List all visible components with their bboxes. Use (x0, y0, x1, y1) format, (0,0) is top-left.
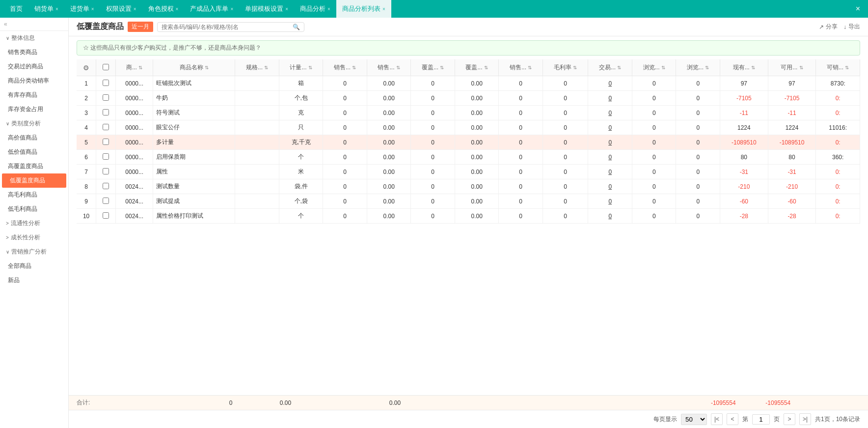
cell-sales_qty: 0 (323, 76, 367, 91)
cell-name[interactable]: 多计量 (153, 135, 235, 150)
sidebar-item-category-sales-rate[interactable]: 商品分类动销率 (0, 74, 68, 88)
th-available[interactable]: 可用... ⇅ (768, 59, 816, 76)
row-checkbox[interactable] (103, 168, 109, 174)
th-sales3[interactable]: 销售... ⇅ (499, 59, 543, 76)
sidebar-group-growth[interactable]: > 成长性分析 (0, 230, 68, 245)
cell-name[interactable]: 属性价格打印测试 (153, 209, 235, 224)
cell-name[interactable]: 启用保质期 (153, 150, 235, 165)
th-cover2[interactable]: 覆盖... ⇅ (455, 59, 499, 76)
th-checkbox[interactable] (96, 59, 116, 76)
row-checkbox[interactable] (103, 153, 109, 160)
sidebar-group-marketing[interactable]: ∨ 营销推广分析 (0, 245, 68, 259)
sidebar-group-category[interactable]: ∨ 类别度分析 (0, 116, 68, 131)
th-cover1[interactable]: 覆盖... ⇅ (411, 59, 455, 76)
th-trade[interactable]: 交易... ⇅ (588, 59, 632, 76)
row-checkbox[interactable] (103, 139, 109, 145)
row-checkbox[interactable] (103, 94, 109, 101)
row-checkbox[interactable] (103, 109, 109, 115)
sidebar-item-low-value[interactable]: 低价值商品 (0, 145, 68, 159)
th-sales-qty[interactable]: 销售... ⇅ (323, 59, 367, 76)
trade-link[interactable]: 0 (608, 213, 612, 220)
th-browse2[interactable]: 浏览... ⇅ (676, 59, 720, 76)
th-name[interactable]: 商品名称 ⇅ (153, 59, 235, 76)
sidebar-item-high-coverage[interactable]: 高覆盖度商品 (0, 159, 68, 173)
collapse-button[interactable]: « (4, 21, 7, 28)
cell-name[interactable]: 旺铺批次测试 (153, 76, 235, 91)
nav-product-analysis[interactable]: 商品分析 × (294, 0, 336, 18)
cell-trade: 0 (588, 194, 632, 209)
trade-link[interactable]: 0 (608, 154, 612, 161)
trade-link[interactable]: 0 (608, 80, 612, 87)
select-all-checkbox[interactable] (103, 64, 109, 70)
cell-name[interactable]: 测试数量 (153, 179, 235, 194)
trade-link[interactable]: 0 (608, 124, 612, 131)
row-checkbox[interactable] (103, 212, 109, 219)
window-close-button[interactable]: × (852, 4, 864, 13)
sidebar-item-inventory-capital[interactable]: 库存资金占用 (0, 102, 68, 116)
th-code[interactable]: 商... ⇅ (116, 59, 153, 76)
sidebar-item-low-coverage[interactable]: 低覆盖度商品 (2, 173, 66, 188)
th-browse1[interactable]: 浏览... ⇅ (632, 59, 676, 76)
sidebar-group-liquidity[interactable]: > 流通性分析 (0, 216, 68, 230)
nav-permissions[interactable]: 权限设置 × (100, 0, 142, 18)
row-checkbox[interactable] (103, 198, 109, 204)
page-size-select[interactable]: 50 100 200 (681, 414, 707, 425)
time-filter-button[interactable]: 近一月 (128, 22, 153, 32)
first-page-button[interactable]: |< (711, 413, 723, 425)
nav-sales-order[interactable]: 销货单 × (28, 0, 64, 18)
nav-close-icon[interactable]: × (134, 6, 136, 12)
row-checkbox[interactable] (103, 80, 109, 86)
cell-trade: 0 (588, 150, 632, 165)
th-gross-rate[interactable]: 毛利率 ⇅ (542, 59, 588, 76)
cell-name[interactable]: 符号测试 (153, 106, 235, 120)
trade-link[interactable]: 0 (608, 183, 612, 190)
last-page-button[interactable]: >| (799, 413, 811, 425)
sidebar-item-low-profit[interactable]: 低毛利商品 (0, 202, 68, 216)
th-sellable[interactable]: 可销... ⇅ (816, 59, 860, 76)
sidebar-group-overview[interactable]: ∨ 整体信息 (0, 31, 68, 45)
th-settings[interactable]: ⚙ (77, 59, 96, 76)
table-row: 70000...属性米00.0000.0000000-31-310: (77, 165, 860, 179)
nav-close-icon[interactable]: × (382, 6, 385, 12)
cell-name[interactable]: 测试提成 (153, 194, 235, 209)
nav-close-icon[interactable]: × (176, 6, 179, 12)
th-unit[interactable]: 计量... ⇅ (279, 59, 323, 76)
trade-link[interactable]: 0 (608, 95, 612, 102)
nav-close-icon[interactable]: × (91, 6, 94, 12)
trade-link[interactable]: 0 (608, 139, 612, 146)
trade-link[interactable]: 0 (608, 110, 612, 116)
nav-close-icon[interactable]: × (327, 6, 330, 12)
nav-home[interactable]: 首页 (4, 0, 28, 18)
next-page-button[interactable]: > (784, 413, 795, 425)
cell-name[interactable]: 属性 (153, 165, 235, 179)
trade-link[interactable]: 0 (608, 169, 612, 175)
nav-close-icon[interactable]: × (285, 6, 288, 12)
sidebar-item-new-products[interactable]: 新品 (0, 273, 68, 287)
row-checkbox[interactable] (103, 124, 109, 130)
nav-finished-goods[interactable]: 产成品入库单 × (184, 0, 239, 18)
sidebar-item-all-products[interactable]: 全部商品 (0, 259, 68, 273)
sidebar-item-high-profit[interactable]: 高毛利商品 (0, 188, 68, 202)
th-sales-amt[interactable]: 销售... ⇅ (367, 59, 411, 76)
nav-role-auth[interactable]: 角色授权 × (142, 0, 185, 18)
sidebar-item-sales-products[interactable]: 销售类商品 (0, 45, 68, 59)
export-button[interactable]: ↓ 导出 (843, 23, 860, 31)
share-button[interactable]: ↗ 分享 (819, 23, 838, 31)
th-spec[interactable]: 规格... ⇅ (235, 59, 279, 76)
trade-link[interactable]: 0 (608, 198, 612, 205)
nav-close-icon[interactable]: × (55, 6, 58, 12)
sidebar-item-high-value[interactable]: 高价值商品 (0, 131, 68, 145)
nav-product-analysis-list[interactable]: 商品分析列表 × (336, 0, 391, 18)
sidebar-item-stock-products[interactable]: 有库存商品 (0, 88, 68, 102)
prev-page-button[interactable]: < (727, 413, 738, 425)
th-stock1[interactable]: 现有... ⇅ (720, 59, 768, 76)
row-checkbox[interactable] (103, 183, 109, 189)
nav-template-settings[interactable]: 单据模板设置 × (239, 0, 294, 18)
search-input[interactable] (162, 24, 291, 30)
page-input[interactable] (752, 414, 770, 425)
nav-close-icon[interactable]: × (230, 6, 233, 12)
cell-name[interactable]: 牛奶 (153, 91, 235, 106)
sidebar-item-traded-products[interactable]: 交易过的商品 (0, 59, 68, 74)
cell-name[interactable]: 眼宝公仔 (153, 120, 235, 135)
nav-purchase-order[interactable]: 进货单 × (64, 0, 100, 18)
